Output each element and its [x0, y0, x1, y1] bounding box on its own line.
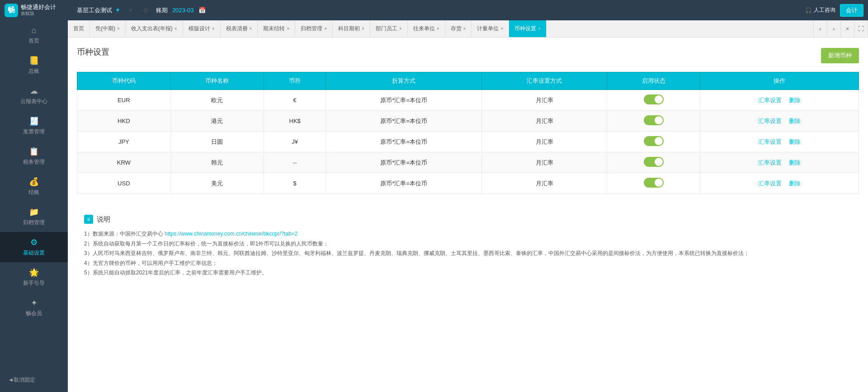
company-selector[interactable]: 基层工会测试 ▼: [77, 6, 121, 14]
sidebar-item-guide[interactable]: 🌟 新手引导: [0, 262, 68, 293]
tab-period-end[interactable]: 期末结转 ×: [258, 20, 295, 37]
cell-code: JPY: [77, 132, 171, 152]
tab-subject-init-close[interactable]: ×: [362, 26, 364, 31]
cancel-pin-button[interactable]: ◄取消固定: [5, 373, 63, 387]
tab-expand-button[interactable]: ⛶: [854, 20, 868, 38]
tab-currency[interactable]: 币种设置 ×: [509, 20, 547, 37]
rate-setting-link[interactable]: 汇率设置: [758, 159, 782, 166]
tab-template-close[interactable]: ×: [212, 26, 215, 31]
delete-link[interactable]: 删除: [789, 138, 801, 145]
add-tab-button[interactable]: +: [125, 5, 136, 16]
tab-period-end-label: 期末结转: [263, 25, 285, 33]
sidebar-item-archive[interactable]: 📁 归档管理: [0, 202, 68, 232]
tab-tax[interactable]: 税表清册 ×: [221, 20, 258, 37]
tab-unit[interactable]: 计量单位 ×: [472, 20, 509, 37]
tab-archive-mgmt-close[interactable]: ×: [324, 26, 327, 31]
toggle-track: [644, 178, 664, 188]
tab-subject-init-label: 科目期初: [338, 25, 360, 33]
tab-nav-buttons: ‹ › × ⛶: [813, 20, 868, 38]
delete-link[interactable]: 删除: [789, 118, 801, 124]
home-icon: ⌂: [32, 26, 37, 35]
tab-home[interactable]: 首页: [68, 20, 90, 37]
notes-external-link[interactable]: https://www.chinamoney.com.cn/chinese/bk…: [165, 231, 297, 237]
cell-calc-method: 原币*汇率=本位币: [326, 132, 482, 152]
table-row: JPY 日圆 J¥ 原币*汇率=本位币 月汇率 汇率设置 删除: [77, 132, 859, 152]
new-currency-button[interactable]: 新增币种: [821, 48, 859, 63]
sidebar-item-home[interactable]: ⌂ 首页: [0, 20, 68, 50]
cell-status: [607, 90, 700, 111]
tab-period-end-close[interactable]: ×: [287, 26, 289, 31]
tab-next-button[interactable]: ›: [827, 20, 841, 38]
help-button[interactable]: 🎧 人工咨询: [805, 6, 835, 14]
sidebar-item-basic-settings[interactable]: ⚙ 基础设置: [0, 232, 68, 262]
cell-status: [607, 152, 700, 173]
toggle-enabled[interactable]: [644, 178, 664, 188]
tab-unit-label: 计量单位: [477, 25, 499, 33]
tab-inventory-close[interactable]: ×: [463, 26, 466, 31]
table-row: HKD 港元 HK$ 原币*汇率=本位币 月汇率 汇率设置 删除: [77, 111, 859, 132]
tab-tax-close[interactable]: ×: [250, 26, 252, 31]
tab-prev-button[interactable]: ‹: [814, 20, 827, 38]
dropdown-arrow-icon: ▼: [115, 7, 121, 14]
toggle-track: [644, 157, 664, 167]
cell-actions: 汇率设置 删除: [700, 132, 859, 152]
cell-rate-method: 月汇率: [482, 90, 607, 111]
tab-income-statement-close[interactable]: ×: [175, 26, 177, 31]
tab-subject-init[interactable]: 科目期初 ×: [333, 20, 370, 37]
col-header-rate-method: 汇率设置方式: [482, 72, 607, 90]
tab-department[interactable]: 部门员工 ×: [370, 20, 408, 37]
sidebar-item-member[interactable]: ✦ 畅会员: [0, 293, 68, 323]
sidebar-item-settlement[interactable]: 💰 结账: [0, 171, 68, 202]
tab-currency-label: 币种设置: [514, 25, 536, 33]
rate-setting-link[interactable]: 汇率设置: [758, 138, 782, 145]
tab-template[interactable]: 模版设计 ×: [183, 20, 221, 37]
basic-settings-icon: ⚙: [30, 237, 38, 247]
cell-status: [607, 111, 700, 132]
delete-link[interactable]: 删除: [789, 97, 801, 104]
tab-contacts-label: 往来单位: [413, 25, 435, 33]
toggle-track: [644, 136, 664, 146]
tab-unit-close[interactable]: ×: [500, 26, 503, 31]
tab-contacts[interactable]: 往来单位 ×: [408, 20, 445, 37]
sidebar-label-ledger: 总账: [28, 67, 39, 75]
tab-department-close[interactable]: ×: [399, 26, 402, 31]
app-version: 旗舰版: [21, 10, 56, 17]
tab-voucher[interactable]: 凭(中期) ×: [90, 20, 126, 37]
tab-voucher-label: 凭(中期): [95, 25, 115, 33]
app-name: 畅捷通好会计: [21, 4, 56, 11]
settings-icon[interactable]: ⚙: [141, 5, 151, 16]
col-header-code: 币种代码: [77, 72, 171, 90]
tab-close-all-button[interactable]: ×: [841, 20, 854, 38]
calendar-icon[interactable]: 📅: [198, 7, 206, 14]
sidebar-label-invoice: 发票管理: [23, 128, 45, 136]
toggle-enabled[interactable]: [644, 157, 664, 167]
toggle-enabled[interactable]: [644, 94, 664, 104]
tab-income-statement[interactable]: 收入支出表(年报) ×: [126, 20, 183, 37]
tab-archive-mgmt[interactable]: 归档管理 ×: [295, 20, 333, 37]
cell-symbol: HK$: [264, 111, 326, 132]
sidebar-item-ledger[interactable]: 📒 总账: [0, 50, 68, 80]
tab-currency-close[interactable]: ×: [538, 26, 541, 31]
delete-link[interactable]: 删除: [789, 180, 801, 187]
sidebar-item-invoice[interactable]: 🧾 发票管理: [0, 111, 68, 141]
tab-inventory[interactable]: 存货 ×: [445, 20, 472, 37]
cell-name: 韩元: [170, 152, 264, 173]
cell-symbol: €: [264, 90, 326, 111]
sidebar-item-tax[interactable]: 📋 税务管理: [0, 141, 68, 171]
settlement-icon: 💰: [29, 177, 39, 187]
sidebar-label-archive: 归档管理: [23, 219, 45, 227]
tab-voucher-close[interactable]: ×: [117, 26, 120, 31]
sidebar-label-member: 畅会员: [26, 310, 42, 317]
delete-link[interactable]: 删除: [789, 159, 801, 166]
rate-setting-link[interactable]: 汇率设置: [758, 180, 782, 187]
tab-contacts-close[interactable]: ×: [437, 26, 439, 31]
notes-item: 4）无官方牌价的币种，可以用用户手工维护汇率信息；: [84, 259, 852, 269]
rate-setting-link[interactable]: 汇率设置: [758, 118, 782, 124]
account-button[interactable]: 会计: [840, 4, 863, 17]
sidebar-item-reports[interactable]: ☁ 云报表中心: [0, 80, 68, 111]
toggle-enabled[interactable]: [644, 115, 664, 125]
tab-template-label: 模版设计: [189, 25, 210, 33]
toggle-enabled[interactable]: [644, 136, 664, 146]
rate-setting-link[interactable]: 汇率设置: [758, 97, 782, 104]
cell-actions: 汇率设置 删除: [700, 111, 859, 132]
